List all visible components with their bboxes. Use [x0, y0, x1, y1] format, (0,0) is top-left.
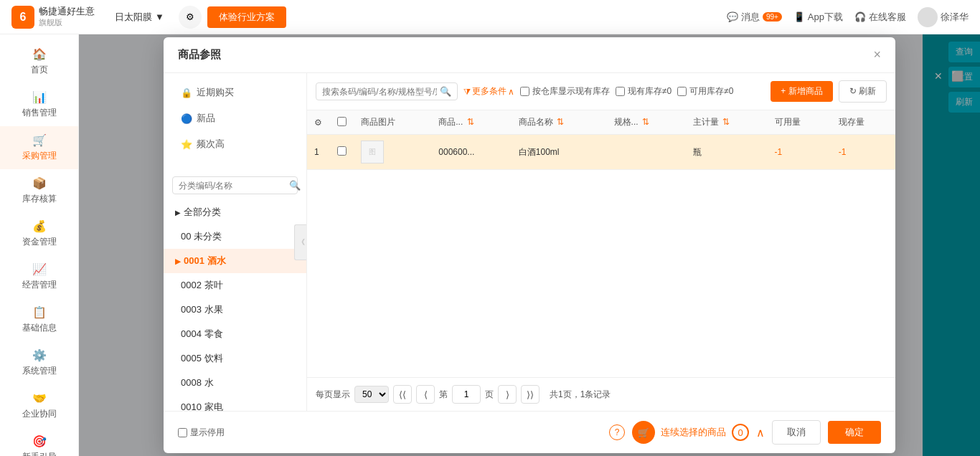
per-page-select[interactable]: 50 — [354, 386, 389, 403]
next-page-button[interactable]: ⟩ — [498, 385, 517, 404]
check-warehouse-stock[interactable]: 按仓库显示现有库存 — [520, 85, 610, 98]
modal-header: 商品参照 × — [164, 37, 895, 73]
page-number-input[interactable] — [452, 385, 481, 404]
filter-more-button[interactable]: ⧩ 更多条件 ∧ — [463, 85, 514, 98]
col-img: 商品图片 — [354, 110, 431, 135]
right-panel: 🔍 ⧩ 更多条件 ∧ 按仓库显示现有库存 — [307, 73, 895, 411]
finance-icon: 💰 — [32, 219, 47, 233]
cell-name: 白酒100ml — [512, 135, 607, 170]
col-code[interactable]: 商品... ⇅ — [431, 110, 512, 135]
messages-badge: 99+ — [763, 12, 782, 22]
prev-page-button[interactable]: ⟨ — [416, 385, 435, 404]
product-table: ⚙ 商品图片 商品... ⇅ 商品名称 — [307, 110, 895, 170]
quick-item-new[interactable]: 🔵 新品 — [172, 108, 298, 129]
table-row[interactable]: 1 图 000600... 白酒100ml 瓶 — [307, 135, 895, 170]
cell-check[interactable] — [330, 135, 354, 170]
product-search-wrap[interactable]: 🔍 — [316, 82, 458, 100]
category-search-bar[interactable]: 🔍 — [172, 176, 298, 194]
modal-footer: 显示停用 ? 🛒 连续选择的商品 0 ∧ 取消 确定 — [164, 411, 895, 453]
cat-arrow-liquor: ▶ — [175, 257, 181, 265]
product-image: 图 — [361, 141, 384, 163]
cat-appliance[interactable]: 0010 家电 — [164, 395, 306, 411]
modal-overlay: 商品参照 × 🔒 近期购买 🔵 — [79, 34, 980, 456]
cat-fruit[interactable]: 0003 水果 — [164, 298, 306, 322]
sidebar-item-operation[interactable]: 📈 经营管理 — [0, 255, 78, 298]
col-unit[interactable]: 主计量 ⇅ — [686, 110, 768, 135]
sidebar-item-guide[interactable]: 🎯 新手引导 — [0, 427, 78, 456]
trial-button[interactable]: 体验行业方案 — [207, 6, 286, 28]
cat-liquor[interactable]: ▶ 0001 酒水 — [164, 249, 306, 273]
messages-item[interactable]: 💬 消息 99+ — [727, 11, 782, 24]
modal-close-button[interactable]: × — [873, 47, 881, 62]
pagination: 每页显示 50 ⟨⟨ ⟨ 第 页 ⟩ ⟩⟩ 共1页，1条记录 — [307, 377, 895, 411]
content-area: 查询 设置 刷新 ✕ ⬜ 商品参照 × — [79, 34, 980, 456]
sidebar-item-sales[interactable]: 📊 销售管理 — [0, 83, 78, 126]
check-nonzero-available[interactable]: 可用库存≠0 — [677, 85, 733, 98]
product-search-icon[interactable]: 🔍 — [440, 86, 451, 97]
sidebar-item-finance[interactable]: 💰 资金管理 — [0, 212, 78, 255]
confirm-button[interactable]: 确定 — [828, 421, 881, 444]
cell-unit: 瓶 — [686, 135, 768, 170]
panel-collapse-button[interactable]: 《 — [294, 224, 307, 260]
footer-collapse-arrow[interactable]: ∧ — [756, 426, 765, 440]
sidebar-item-purchase[interactable]: 🛒 采购管理 — [0, 126, 78, 169]
check-warehouse-stock-input[interactable] — [520, 87, 529, 96]
user-profile[interactable]: 徐泽华 — [918, 7, 969, 27]
quick-item-frequent[interactable]: ⭐ 频次高 — [172, 133, 298, 155]
cart-icon[interactable]: 🛒 — [632, 421, 655, 444]
top-navigation: 6 畅捷通好生意 旗舰版 日太阳膜 ▼ ⚙ 体验行业方案 💬 消息 99+ 📱 … — [0, 0, 980, 34]
product-search-input[interactable] — [322, 87, 437, 97]
add-product-button[interactable]: + 新增商品 — [771, 81, 832, 102]
col-checkbox[interactable] — [330, 110, 354, 135]
show-disabled-checkbox[interactable]: 显示停用 — [178, 427, 225, 439]
category-search-input[interactable] — [179, 181, 286, 191]
home-icon: 🏠 — [32, 47, 47, 61]
select-all-checkbox[interactable] — [337, 117, 347, 126]
col-spec[interactable]: 规格... ⇅ — [607, 110, 686, 135]
cart-area: 🛒 连续选择的商品 0 — [632, 421, 749, 444]
cat-unclassified[interactable]: 00 未分类 — [164, 224, 306, 249]
cancel-button[interactable]: 取消 — [772, 420, 821, 445]
sidebar-item-system[interactable]: ⚙️ 系统管理 — [0, 341, 78, 384]
gear-button[interactable]: ⚙ — [179, 6, 202, 29]
sidebar-item-home[interactable]: 🏠 首页 — [0, 40, 78, 83]
sidebar: 🏠 首页 📊 销售管理 🛒 采购管理 📦 库存核算 💰 资金管理 📈 经营管理 … — [0, 34, 79, 456]
cat-beverage[interactable]: 0005 饮料 — [164, 346, 306, 371]
modal-body: 🔒 近期购买 🔵 新品 ⭐ 频次高 — [164, 73, 895, 411]
col-settings[interactable]: ⚙ — [307, 110, 330, 135]
toolbar: 🔍 ⧩ 更多条件 ∧ 按仓库显示现有库存 — [307, 73, 895, 110]
cart-count: 0 — [732, 424, 749, 441]
cat-snack[interactable]: 0004 零食 — [164, 322, 306, 346]
sidebar-label-inventory: 库存核算 — [22, 193, 57, 205]
last-page-button[interactable]: ⟩⟩ — [521, 385, 540, 404]
sidebar-label-system: 系统管理 — [22, 365, 57, 377]
sidebar-item-collab[interactable]: 🤝 企业协同 — [0, 384, 78, 427]
cat-water[interactable]: 0008 水 — [164, 371, 306, 395]
sales-icon: 📊 — [32, 90, 47, 104]
sidebar-item-basic-info[interactable]: 📋 基础信息 — [0, 298, 78, 341]
check-nonzero-available-input[interactable] — [677, 87, 687, 96]
cat-arrow-all: ▶ — [175, 209, 181, 217]
row-checkbox[interactable] — [337, 146, 347, 156]
check-nonzero-stock[interactable]: 现有库存≠0 — [616, 85, 672, 98]
quick-item-recent[interactable]: 🔒 近期购买 — [172, 82, 298, 103]
category-search-icon[interactable]: 🔍 — [289, 180, 301, 191]
first-page-button[interactable]: ⟨⟨ — [393, 385, 412, 404]
help-icon[interactable]: ? — [609, 424, 625, 440]
cat-tea[interactable]: 0002 茶叶 — [164, 273, 306, 298]
col-name[interactable]: 商品名称 ⇅ — [512, 110, 607, 135]
online-service-item[interactable]: 🎧 在线客服 — [854, 11, 906, 24]
page-unit: 页 — [485, 389, 494, 401]
cat-all[interactable]: ▶ 全部分类 — [164, 200, 306, 224]
lock-icon: 🔒 — [181, 87, 192, 98]
check-nonzero-stock-input[interactable] — [616, 87, 625, 96]
headset-icon: 🎧 — [854, 11, 866, 22]
guide-icon: 🎯 — [32, 434, 47, 448]
refresh-button[interactable]: ↻ 刷新 — [839, 80, 887, 103]
nav-dropdown[interactable]: 日太阳膜 ▼ — [106, 8, 173, 27]
sidebar-item-inventory[interactable]: 📦 库存核算 — [0, 169, 78, 212]
cell-img: 图 — [354, 135, 431, 170]
show-disabled-input[interactable] — [178, 428, 187, 437]
app-download-item[interactable]: 📱 App下载 — [793, 11, 843, 24]
sidebar-label-finance: 资金管理 — [22, 236, 57, 248]
